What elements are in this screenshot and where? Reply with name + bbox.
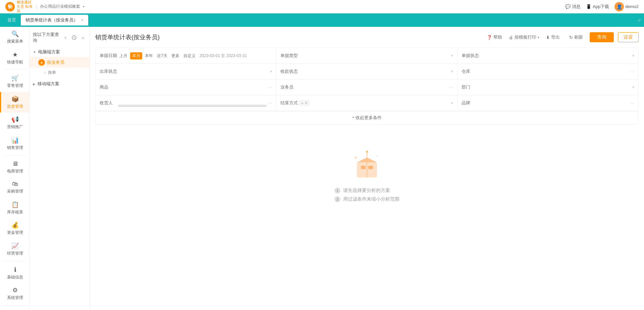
salesman-dots-icon[interactable]: ··· xyxy=(449,85,453,90)
settle-input-area: ▸ × ▾ xyxy=(299,100,453,106)
receiver-underline-input[interactable] xyxy=(118,99,266,107)
settings-button[interactable]: 设置 xyxy=(618,32,639,42)
edit-scheme-btn[interactable]: ✎ xyxy=(71,34,77,41)
sidebar-system-label: 系统管理 xyxy=(7,295,23,301)
svg-point-10 xyxy=(366,151,368,153)
date-tab-custom[interactable]: 自定义 xyxy=(182,52,197,59)
inventory-icon: 📋 xyxy=(11,201,19,208)
sidebar-item-finance[interactable]: 💰 资金管理 xyxy=(0,218,29,239)
sidebar-item-inventory[interactable]: 📋 库存核算 xyxy=(0,198,29,218)
doc-type-arrow-icon[interactable]: ▾ xyxy=(451,53,453,58)
mobile-group-header[interactable]: ▶ 移动端方案 xyxy=(30,79,90,89)
message-label: 消息 xyxy=(572,4,581,10)
doc-type-label: 单据类型 xyxy=(280,53,299,59)
page-content: 按以下方案查询 + ✎ « ▼ 电脑端方案 ● xyxy=(30,27,644,310)
page-title: 销货单统计表(按业务员) xyxy=(95,33,160,41)
product-input[interactable] xyxy=(118,85,266,90)
sidebar-finance-label: 资金管理 xyxy=(7,230,23,236)
date-tab-lastmonth[interactable]: 上月 xyxy=(118,52,129,59)
main-layout: 🔍 搜索菜单 ★ 快捷导航 🛒 零售管理 📦 批发管理 📢 营销推广 📊 销售管… xyxy=(0,27,644,310)
tab-home[interactable]: 首页 xyxy=(3,15,21,25)
breadcrumb-dropdown-icon[interactable]: ▾ xyxy=(83,5,85,8)
salesman-input[interactable] xyxy=(299,85,447,90)
sidebar-item-operation[interactable]: 📈 经营管理 xyxy=(0,239,29,260)
warehouse-out-arrow-icon[interactable]: ▾ xyxy=(270,69,272,74)
warehouse-label: 仓库 xyxy=(462,68,480,74)
sidebar-item-search[interactable]: 🔍 搜索菜单 xyxy=(0,27,29,48)
collapse-bar[interactable]: ^ 收起更多条件 xyxy=(96,111,638,124)
sidebar-item-quicknav[interactable]: ★ 快捷导航 xyxy=(0,48,29,68)
brand-dots-icon[interactable]: ··· xyxy=(630,100,634,106)
sidebar-item-ecom[interactable]: 🖥 电商管理 xyxy=(0,157,29,177)
product-dots-icon[interactable]: ··· xyxy=(268,85,272,90)
message-icon: 💬 xyxy=(565,4,571,9)
refresh-label: 刷新 xyxy=(574,34,583,40)
tab-maximize-icon[interactable]: ⤢ xyxy=(637,17,641,23)
breadcrumb-divider: | xyxy=(36,4,37,9)
sidebar-item-retail[interactable]: 🛒 零售管理 xyxy=(0,71,29,92)
salesman-input-area: ··· xyxy=(299,85,453,90)
settle-arrow-icon[interactable]: ▾ xyxy=(451,101,453,105)
receiver-input[interactable] xyxy=(118,100,266,105)
product-input-area: ··· xyxy=(118,85,272,90)
warehouse-input[interactable] xyxy=(480,69,629,74)
template-print-btn[interactable]: 🖨 按模板打印 ▾ xyxy=(509,34,539,40)
dept-arrow-icon[interactable]: ▾ xyxy=(632,85,634,90)
dept-label: 部门 xyxy=(462,84,480,90)
tab-close-icon[interactable]: × xyxy=(81,18,84,22)
collapse-scheme-btn[interactable]: « xyxy=(79,34,86,41)
date-tab-thismonth[interactable]: 本月 xyxy=(130,52,142,59)
app-download-action[interactable]: 📱 App下载 xyxy=(586,4,609,10)
sidebar-inventory-label: 库存核算 xyxy=(7,210,23,215)
sidebar-base-label: 基础信息 xyxy=(7,275,23,280)
dept-input-area: ▾ xyxy=(480,85,634,90)
refresh-btn[interactable]: ↻ 刷新 xyxy=(567,33,586,42)
sidebar-search-label: 搜索菜单 xyxy=(7,39,23,44)
collapse-label: 收起更多条件 xyxy=(356,115,382,121)
date-field-cell: 单据日期 上月 本月 本年 近7天 更多 自定义 2023-03-01 至 20… xyxy=(96,48,276,63)
help-btn[interactable]: ❓ 帮助 xyxy=(484,33,505,42)
empty-illustration: ★ ✦ xyxy=(350,147,384,181)
sidebar-item-sales[interactable]: 📊 销售管理 xyxy=(0,133,29,154)
filter-row-2: 出库状态 ▾ 收款状态 ▾ 仓库 xyxy=(96,64,638,80)
sidebar-item-cooperation[interactable]: 🤝 企业协同 xyxy=(0,307,29,310)
scheme-item-salesman[interactable]: ● 按业务员 xyxy=(30,57,90,68)
empty-state: ★ ✦ 1 请先选择要分析的方案 2 用过滤条件来缩小分析范围 xyxy=(95,127,639,222)
sidebar-item-marketing[interactable]: 📢 营销推广 xyxy=(0,112,29,133)
brand-input[interactable] xyxy=(480,101,629,106)
date-tab-more[interactable]: 更多 xyxy=(170,52,181,59)
settle-tag-close-icon[interactable]: × xyxy=(305,101,307,105)
sidebar-item-wholesale[interactable]: 📦 批发管理 xyxy=(0,92,29,113)
add-scheme-btn[interactable]: + xyxy=(62,34,69,41)
receiver-dots-icon[interactable]: ··· xyxy=(268,100,272,106)
svg-text:✎: ✎ xyxy=(73,36,76,40)
doc-status-input[interactable] xyxy=(480,53,630,58)
scheme-panel-header: 按以下方案查询 + ✎ « xyxy=(30,30,90,46)
breadcrumb-label[interactable]: 办公用品行业模拟账套 xyxy=(40,4,80,9)
tab-sales-stats[interactable]: 销货单统计表（按业务员） × xyxy=(21,15,88,25)
svg-text:★: ★ xyxy=(354,155,358,160)
collection-input[interactable] xyxy=(299,69,449,74)
warehouse-dots-icon[interactable]: ··· xyxy=(630,69,634,74)
desktop-group-header[interactable]: ▼ 电脑端方案 xyxy=(30,47,90,57)
sidebar: 🔍 搜索菜单 ★ 快捷导航 🛒 零售管理 📦 批发管理 📢 营销推广 📊 销售管… xyxy=(0,27,30,310)
dept-input[interactable] xyxy=(480,85,630,90)
collection-arrow-icon[interactable]: ▾ xyxy=(451,69,453,74)
sidebar-item-purchase[interactable]: 🛍 采购管理 xyxy=(0,177,29,198)
user-profile-action[interactable]: 👤 demo2 xyxy=(614,2,639,11)
page-title-bar: 销货单统计表(按业务员) ❓ 帮助 🖨 按模板打印 ▾ ⬇ 导出 xyxy=(95,32,639,42)
sidebar-item-base[interactable]: ℹ 基础信息 xyxy=(0,263,29,283)
sidebar-item-system[interactable]: ⚙ 系统管理 xyxy=(0,283,29,304)
date-tab-7days[interactable]: 近7天 xyxy=(156,52,169,59)
scheme-sub-item-order[interactable]: ≡ 按单 xyxy=(30,68,90,78)
collection-input-area: ▾ xyxy=(299,69,453,74)
svg-marker-3 xyxy=(357,157,377,162)
warehouse-out-input[interactable] xyxy=(118,69,268,74)
query-button[interactable]: 查询 xyxy=(590,32,614,42)
scheme-dot-icon: ● xyxy=(41,61,43,64)
doc-status-arrow-icon[interactable]: ▾ xyxy=(632,53,634,58)
export-btn[interactable]: ⬇ 导出 xyxy=(543,33,562,42)
date-tab-thisyear[interactable]: 本年 xyxy=(144,52,154,59)
message-action[interactable]: 💬 消息 xyxy=(565,4,581,10)
doc-type-input[interactable] xyxy=(299,53,449,58)
